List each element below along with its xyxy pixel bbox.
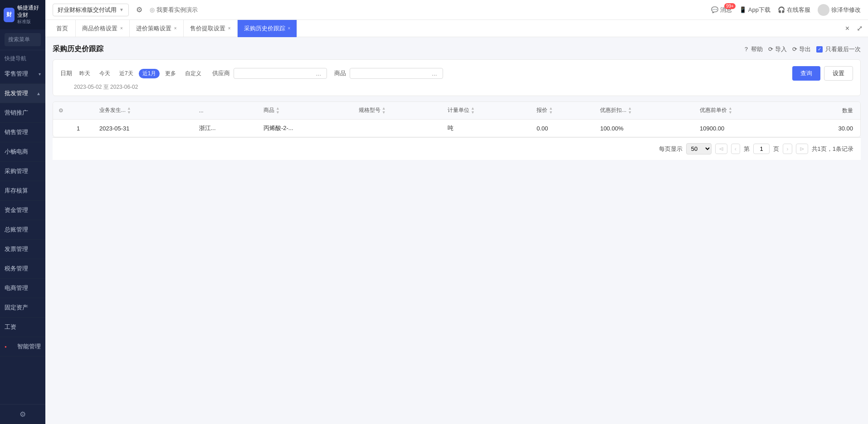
- sidebar-item-0[interactable]: 零售管理▾: [0, 64, 45, 84]
- per-page-select[interactable]: 50 100 200: [686, 143, 712, 154]
- sidebar-item-7[interactable]: 资金管理: [0, 201, 45, 220]
- sidebar-item-3[interactable]: 销售管理: [0, 123, 45, 142]
- tab-label-4: 采购历史价跟踪: [244, 24, 285, 33]
- goods-dots-button[interactable]: ...: [430, 70, 439, 77]
- col-spec[interactable]: 规格型号▲▼: [353, 102, 442, 120]
- tab-label-1: 商品价格设置: [82, 24, 117, 33]
- tab-close-3[interactable]: ×: [228, 26, 231, 31]
- col-price[interactable]: 报价▲▼: [531, 102, 595, 120]
- export-button[interactable]: ⟳ 导出: [792, 45, 811, 53]
- table-gear-icon[interactable]: ⚙: [59, 107, 63, 114]
- sidebar-item-9[interactable]: 发票管理: [0, 240, 45, 259]
- tab-2[interactable]: 进价策略设置×: [130, 20, 184, 37]
- prev-page-button[interactable]: ‹: [731, 144, 740, 154]
- tab-label-0: 首页: [56, 24, 68, 33]
- topbar-right: 💬 消息 99+ 📱 App下载 🎧 在线客服 徐泽华修改: [711, 4, 861, 16]
- cell-goods-0: 丙烯酸-2-...: [258, 120, 353, 137]
- col-discount[interactable]: 优惠折扣...▲▼: [595, 102, 694, 120]
- next-page-button[interactable]: ›: [783, 144, 792, 154]
- tab-3[interactable]: 售价提取设置×: [184, 20, 238, 37]
- pagination-bar: 每页显示 50 100 200 ⊲ ‹ 第 页 › ⊳ 共1页，1条记录: [53, 137, 861, 160]
- search-menu-button[interactable]: 搜索菜单: [5, 33, 41, 46]
- sidebar-item-label: 资金管理: [5, 206, 28, 214]
- help-button[interactable]: ？ 帮助: [743, 45, 763, 53]
- col-unit-price[interactable]: 优惠前单价▲▼: [694, 102, 796, 120]
- mobile-icon: 📱: [739, 6, 746, 13]
- sidebar-item-12[interactable]: 固定资产: [0, 298, 45, 318]
- tab-label-2: 进价策略设置: [136, 24, 171, 33]
- sidebar-item-label: 工资: [5, 323, 16, 331]
- last-page-button[interactable]: ⊳: [796, 144, 808, 154]
- message-icon: 💬: [711, 6, 718, 13]
- tab-close-1[interactable]: ×: [120, 26, 123, 31]
- tab-4[interactable]: 采购历史价跟踪×: [238, 20, 297, 37]
- first-page-button[interactable]: ⊲: [715, 144, 727, 154]
- tab-1[interactable]: 商品价格设置×: [76, 20, 130, 37]
- settings-icon[interactable]: ⚙: [20, 410, 26, 419]
- sidebar-item-5[interactable]: 采购管理: [0, 162, 45, 181]
- sidebar-item-11[interactable]: 电商管理: [0, 279, 45, 298]
- page-label-pre: 第: [744, 145, 750, 153]
- sidebar-item-label: 总账管理: [5, 226, 28, 234]
- sidebar-item-13[interactable]: 工资: [0, 318, 45, 337]
- sidebar-bottom: ⚙: [0, 404, 45, 424]
- topbar: 好业财标准版交付试用 ▼ ⚙ ◎ 我要看实例演示 💬 消息 99+ 📱 App下…: [45, 0, 868, 20]
- supplier-input[interactable]: [238, 70, 314, 77]
- date-pill-1[interactable]: 今天: [96, 69, 114, 78]
- col-unit[interactable]: 计量单位▲▼: [442, 102, 531, 120]
- date-filter-group: 日期 昨天今天近7天近1月更多自定义: [60, 69, 205, 78]
- demo-button[interactable]: ◎ 我要看实例演示: [150, 6, 198, 14]
- sidebar-item-2[interactable]: 营销推广: [0, 103, 45, 123]
- gear-icon[interactable]: ⚙: [134, 4, 144, 16]
- query-button[interactable]: 查询: [792, 66, 820, 81]
- question-icon: ？: [743, 45, 749, 53]
- tab-close-2[interactable]: ×: [174, 26, 177, 31]
- chevron-icon: ▾: [39, 72, 41, 77]
- expand-button[interactable]: ⤢: [855, 22, 864, 34]
- import-button[interactable]: ⟳ 导入: [768, 45, 787, 53]
- date-pill-0[interactable]: 昨天: [76, 69, 94, 78]
- date-pill-4[interactable]: 更多: [161, 69, 180, 78]
- online-service-button[interactable]: 🎧 在线客服: [778, 6, 810, 14]
- date-pill-2[interactable]: 近7天: [116, 69, 137, 78]
- version-selector[interactable]: 好业财标准版交付试用 ▼: [53, 4, 129, 16]
- page-input[interactable]: [753, 144, 770, 154]
- goods-input-wrap: ...: [350, 68, 443, 79]
- page-header: 采购历史价跟踪 ？ 帮助 ⟳ 导入 ⟳ 导出 只看最后一次: [53, 44, 861, 54]
- export-label: 导出: [799, 45, 811, 53]
- filter-actions: 查询 设置: [792, 66, 853, 81]
- page-content: 采购历史价跟踪 ？ 帮助 ⟳ 导入 ⟳ 导出 只看最后一次: [45, 37, 868, 424]
- col-date[interactable]: 业务发生...▲▼: [94, 102, 194, 120]
- message-button[interactable]: 💬 消息 99+: [711, 6, 732, 14]
- page-label: 页: [773, 145, 779, 153]
- table-header-row: ⚙ 业务发生...▲▼ ... 商品▲▼ 规格型号▲▼: [53, 102, 860, 120]
- app-sub: 标准版: [17, 19, 42, 25]
- table-row[interactable]: 1 2023-05-31 浙江... 丙烯酸-2-... 吨 0.00 100.…: [53, 120, 860, 137]
- tab-close-4[interactable]: ×: [288, 26, 291, 31]
- sidebar-item-6[interactable]: 库存核算: [0, 181, 45, 201]
- cell-supplier-0: 浙江...: [194, 120, 258, 137]
- table-body: 1 2023-05-31 浙江... 丙烯酸-2-... 吨 0.00 100.…: [53, 120, 860, 137]
- goods-input[interactable]: [354, 70, 430, 77]
- sidebar-item-10[interactable]: 税务管理: [0, 259, 45, 279]
- date-range-display: 2023-05-02 至 2023-06-02: [74, 83, 853, 91]
- sidebar-item-1[interactable]: 批发管理▲: [0, 84, 45, 103]
- close-tab-button[interactable]: ×: [844, 23, 851, 34]
- date-pill-5[interactable]: 自定义: [181, 69, 205, 78]
- version-selector-text: 好业财标准版交付试用: [58, 6, 117, 14]
- col-gear: ⚙: [53, 102, 71, 120]
- sidebar-item-4[interactable]: 小畅电商: [0, 142, 45, 162]
- sort-icon: ▲▼: [127, 106, 131, 115]
- cell-discount-0: 100.00%: [595, 120, 694, 137]
- supplier-dots-button[interactable]: ...: [314, 70, 323, 77]
- user-name: 徐泽华修改: [831, 6, 861, 14]
- col-goods[interactable]: 商品▲▼: [258, 102, 353, 120]
- only-last-checkbox[interactable]: 只看最后一次: [816, 45, 861, 53]
- tab-0[interactable]: 首页: [49, 20, 76, 37]
- sidebar-item-14[interactable]: 智能管理: [0, 337, 45, 357]
- user-menu[interactable]: 徐泽华修改: [818, 4, 861, 16]
- app-download-button[interactable]: 📱 App下载: [739, 6, 770, 14]
- sidebar-item-8[interactable]: 总账管理: [0, 220, 45, 240]
- date-pill-3[interactable]: 近1月: [139, 69, 160, 78]
- filter-settings-button[interactable]: 设置: [824, 66, 853, 81]
